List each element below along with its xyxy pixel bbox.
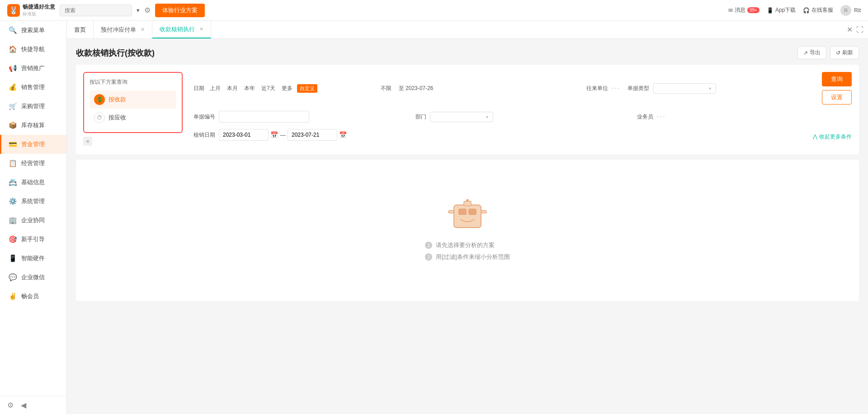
last-month-btn[interactable]: 上月 (208, 84, 222, 93)
app-download-label: App下载 (775, 6, 796, 14)
sidebar-item-wechat[interactable]: 💬 企业微信 (0, 268, 66, 287)
sidebar-item-operation[interactable]: 📋 经营管理 (0, 154, 66, 173)
page-content: 收款核销执行(按收款) ↗ 导出 ↺ 刷新 按以下方案查询 💲 (67, 39, 868, 308)
query-btn[interactable]: 查询 (822, 72, 852, 86)
refresh-label: 刷新 (842, 49, 853, 57)
dept-field: 部门 ▾ (415, 112, 630, 122)
operation-icon: 📋 (9, 159, 17, 167)
tab-bar: 首页 预付冲应付单 ✕ 收款核销执行 ✕ ✕ ⛶ (67, 21, 868, 39)
app-download-btn[interactable]: 📱 App下载 (767, 6, 796, 14)
export-btn[interactable]: ↗ 导出 (797, 46, 826, 59)
sidebar-item-quick-nav[interactable]: 🏠 快捷导航 (0, 40, 66, 59)
calendar-end-icon[interactable]: 📅 (339, 131, 347, 138)
top-dropdown[interactable]: ▾ (137, 7, 140, 14)
top-search-input[interactable] (60, 5, 132, 16)
custom-date-tag[interactable]: 自定义 (297, 84, 317, 93)
settings-bottom-icon[interactable]: ⚙ (7, 401, 14, 409)
sidebar-bottom: ⚙ ◀ (0, 396, 66, 414)
user-info[interactable]: R Rit (840, 5, 861, 16)
more-date-btn[interactable]: 更多 (280, 84, 294, 93)
tip-num-2: 2 (425, 253, 432, 261)
sidebar-item-basic-info[interactable]: 📇 基础信息 (0, 173, 66, 192)
svg-rect-0 (454, 205, 481, 228)
counterpart-label: 往来单位 (586, 85, 608, 92)
empty-state: 1 请先选择要分析的方案 2 用[过滤]条件来缩小分析范围 (76, 160, 859, 301)
tab-close-btn[interactable]: ✕ (847, 25, 853, 34)
this-month-btn[interactable]: 本月 (225, 84, 240, 93)
basic-info-icon: 📇 (9, 178, 17, 186)
dept-select[interactable]: ▾ (430, 112, 493, 122)
tip-num-1: 1 (425, 242, 432, 249)
doc-type-field: 单据类型 ▾ (627, 83, 807, 94)
doc-no-input[interactable] (219, 111, 309, 123)
date-no-limit: 不限 (381, 85, 392, 92)
date-field: 日期 上月 本月 本年 近7天 更多 自定义 (193, 84, 373, 93)
sidebar-item-inventory[interactable]: 📦 库存核算 (0, 116, 66, 135)
sidebar-item-label: 销售管理 (21, 83, 45, 91)
tab-home[interactable]: 首页 (67, 21, 94, 38)
empty-tip-1: 1 请先选择要分析的方案 (425, 241, 509, 249)
receipt-icon: 💲 (94, 94, 105, 105)
filter-option-by-receipt[interactable]: 💲 按收款 (90, 90, 176, 109)
writeoff-date-end-input[interactable] (288, 129, 337, 141)
sales-icon: 💰 (9, 83, 17, 91)
calendar-start-icon[interactable]: 📅 (270, 131, 278, 138)
query-actions: 查询 设置 (822, 72, 852, 105)
export-label: 导出 (810, 49, 821, 57)
gear-icon[interactable]: ⚙ (144, 6, 151, 14)
doc-no-field: 单据编号 (193, 111, 408, 123)
last-7days-btn[interactable]: 近7天 (259, 84, 277, 93)
message-btn[interactable]: ✉ 消息 99+ (728, 6, 760, 14)
salesman-dots[interactable]: ··· (657, 113, 665, 121)
collapse-filter-btn[interactable]: « (83, 137, 92, 146)
sidebar-item-fund[interactable]: 💳 资金管理 (0, 135, 66, 154)
counterpart-field: 往来单位 ··· (440, 84, 620, 92)
this-year-btn[interactable]: 本年 (242, 84, 257, 93)
filter-option-by-receivable[interactable]: ⏱ 按应收 (90, 109, 176, 127)
sidebar-item-label: 企业协同 (21, 216, 45, 224)
online-service-label: 在线客服 (811, 6, 833, 14)
empty-tips: 1 请先选择要分析的方案 2 用[过滤]条件来缩小分析范围 (425, 241, 509, 265)
sidebar-item-purchase[interactable]: 🛒 采购管理 (0, 97, 66, 116)
page-header: 收款核销执行(按收款) ↗ 导出 ↺ 刷新 (76, 46, 859, 59)
online-service-btn[interactable]: 🎧 在线客服 (803, 6, 833, 14)
industry-btn[interactable]: 体验行业方案 (155, 4, 205, 17)
fund-icon: 💳 (9, 140, 17, 148)
doc-type-select[interactable]: ▾ (653, 83, 716, 94)
more-conditions-btn[interactable]: ⋀ 收起更多条件 (813, 133, 852, 141)
tip-text-1: 请先选择要分析的方案 (436, 241, 495, 249)
sidebar-item-label: 企业微信 (21, 273, 45, 281)
sidebar-item-label: 库存核算 (21, 121, 45, 129)
writeoff-date-start-input[interactable] (219, 129, 269, 141)
counterpart-dots[interactable]: ··· (612, 84, 620, 92)
tab-prepay[interactable]: 预付冲应付单 ✕ (94, 21, 152, 38)
receivable-icon: ⏱ (94, 112, 105, 123)
refresh-btn[interactable]: ↺ 刷新 (830, 46, 859, 59)
sidebar-item-marketing[interactable]: 📢 营销推广 (0, 59, 66, 78)
page-actions: ↗ 导出 ↺ 刷新 (797, 46, 859, 59)
sidebar-item-search-menu[interactable]: 🔍 搜索菜单 (0, 21, 66, 40)
tab-receivable-close[interactable]: ✕ (199, 26, 203, 32)
member-icon: ✌️ (9, 292, 17, 300)
system-icon: ⚙️ (9, 197, 17, 205)
avatar: R (840, 5, 851, 16)
sidebar-item-sales[interactable]: 💰 销售管理 (0, 78, 66, 97)
sidebar-item-hardware[interactable]: 📱 智能硬件 (0, 249, 66, 268)
sidebar-item-guide[interactable]: 🎯 新手引导 (0, 230, 66, 249)
writeoff-date-field: 核销日期 📅 — 📅 (193, 129, 496, 141)
sidebar-item-member[interactable]: ✌️ 畅会员 (0, 287, 66, 306)
sidebar-item-enterprise[interactable]: 🏢 企业协同 (0, 211, 66, 230)
user-name: Rit (854, 7, 861, 14)
settings-filter-btn[interactable]: 设置 (822, 90, 852, 105)
sidebar-item-system[interactable]: ⚙️ 系统管理 (0, 192, 66, 211)
tab-expand-btn[interactable]: ⛶ (856, 26, 863, 34)
filter-panel: 按以下方案查询 💲 按收款 ⏱ 按应收 « 日期 (76, 65, 859, 154)
top-bar-right: ✉ 消息 99+ 📱 App下载 🎧 在线客服 R Rit (728, 5, 861, 16)
brand-name: 畅捷通好生意 (23, 3, 55, 11)
enterprise-icon: 🏢 (9, 216, 17, 224)
date-label: 日期 (193, 85, 204, 92)
chevron-down-dept-icon: ▾ (486, 114, 488, 119)
collapse-sidebar-icon[interactable]: ◀ (21, 401, 26, 409)
tab-receivable[interactable]: 收款核销执行 ✕ (152, 21, 211, 38)
tab-prepay-close[interactable]: ✕ (141, 27, 145, 33)
